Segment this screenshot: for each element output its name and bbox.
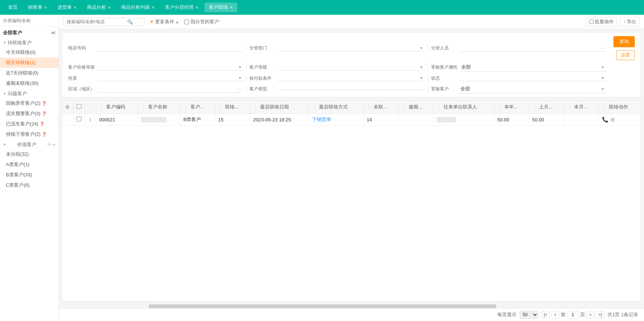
filter-divider-8 (428, 86, 428, 93)
sidebar-collapse-icon[interactable]: ≪ (51, 30, 56, 35)
sidebar-item-7days[interactable]: 近7天待联络(0) (0, 68, 59, 78)
filter-more-btn[interactable]: ▼ 更多条件 ▲ (147, 17, 181, 26)
sidebar-item-class-c[interactable]: C类客户(6) (0, 180, 59, 190)
filter-manager-dots[interactable]: ··· (601, 45, 605, 51)
filter-dept-select[interactable]: ▼ (277, 45, 424, 51)
my-customers-checkbox-wrap[interactable]: 我分管的客户 (184, 18, 219, 25)
col-overdue-header[interactable]: 逾期... (402, 104, 430, 110)
filter-price-level-select[interactable]: ▼ (97, 65, 243, 70)
gear-icon[interactable]: ⚙ (65, 104, 70, 110)
filter-status-select[interactable]: ▼ (459, 75, 606, 81)
help-icon-declining[interactable]: ❓ (42, 132, 47, 137)
help-icon-repurchase[interactable]: ❓ (42, 101, 47, 106)
sidebar-group-problem[interactable]: 问题客户 (0, 89, 59, 98)
row-checkbox[interactable] (77, 117, 81, 121)
filter-customer-level-field: 客户等级 ▼ (249, 64, 424, 70)
col-last-contact-method-header[interactable]: 最后联络方式 (312, 104, 360, 110)
filter-row-1: 电话号码 分管部门 ▼ 分管人员 ··· (68, 36, 635, 60)
row-code-value: 000021 (99, 117, 115, 122)
nav-tab-analysis-close[interactable]: ✕ (108, 5, 111, 10)
sidebar-item-churn-warning[interactable]: 流失预警客户(3) ❓ (0, 108, 59, 119)
col-last-contact-date-header[interactable]: 最后联络日期 (253, 104, 306, 110)
page-next-btn[interactable]: > (587, 311, 594, 318)
nav-tab-analysis-list-label: 商品分析列表 (121, 4, 150, 11)
page-last-btn[interactable]: >| (596, 311, 605, 318)
sidebar-group-value[interactable]: 价值客户 ⟳ ✏ (0, 139, 59, 149)
cell-settings (62, 114, 73, 126)
search-icon[interactable]: 🔍 (127, 19, 133, 25)
filter-area-dots[interactable]: ··· (238, 86, 242, 92)
batch-ops-btn[interactable]: 批量操作 (586, 17, 617, 27)
nav-tab-purchase-close[interactable]: ✕ (73, 5, 77, 10)
export-btn[interactable]: ↑ 导出 (620, 17, 640, 27)
per-page-select[interactable]: 50 100 (519, 311, 538, 319)
filter-status-field: 状态 ▼ (431, 75, 606, 82)
sidebar-item-ungrouped[interactable]: 未分组(32) (0, 149, 59, 159)
my-customers-checkbox[interactable] (184, 20, 189, 24)
row-last-contact-method-value: 下销货单 (312, 117, 331, 122)
sidebar-item-overdue[interactable]: 逾期未联络(30) (0, 78, 59, 89)
col-contact-header[interactable]: 联络... (218, 104, 247, 110)
filter-customer-level-select[interactable]: ▼ (277, 65, 424, 70)
help-icon-churn-warning[interactable]: ❓ (42, 111, 47, 116)
filter-retail-customer-arrow: ▼ (601, 87, 605, 91)
edit-icon[interactable]: ✏ (52, 142, 56, 147)
nav-tab-customer-contact[interactable]: 客户联络 ✕ (204, 3, 237, 12)
settings-btn[interactable]: 设置 (616, 50, 635, 60)
filter-area-select[interactable]: ··· (97, 86, 243, 93)
nav-tab-sales-close[interactable]: ✕ (44, 5, 47, 10)
nav-tab-customer-contact-close[interactable]: ✕ (230, 5, 233, 10)
filter-manager-select[interactable]: ··· (459, 45, 606, 52)
nav-home[interactable]: 首页 (4, 3, 22, 12)
action-phone-icon[interactable]: 📞 (602, 117, 608, 122)
col-unit-contact-header[interactable]: 往来单位联系人 (437, 104, 491, 110)
cell-overdue (399, 114, 434, 126)
cell-uncontacted: 14 (364, 114, 399, 126)
action-grid-icon[interactable]: ⊞ (610, 117, 615, 122)
help-icon-churned[interactable]: ❓ (39, 122, 45, 126)
sidebar-group-pending[interactable]: 待联络客户 (0, 38, 59, 47)
filter-payment-arrow: ▼ (420, 76, 423, 80)
sidebar-item-repurchase-abnormal[interactable]: 回购异常客户(2) ❓ (0, 98, 59, 108)
select-all-checkbox[interactable] (77, 104, 81, 109)
page-input[interactable] (567, 311, 579, 318)
batch-checkbox[interactable] (589, 20, 594, 24)
col-name-header[interactable]: 客户名称 (141, 104, 177, 110)
nav-tab-analysis-list[interactable]: 商品分析列表 ✕ (117, 3, 159, 12)
sidebar-item-class-a[interactable]: A类客户(1) (0, 159, 59, 170)
col-code-header[interactable]: 客户编码 (99, 104, 135, 110)
nav-tab-purchase[interactable]: 进货单 ✕ (53, 3, 81, 12)
sidebar-item-today[interactable]: 今天待联络(0) (0, 47, 59, 58)
page-prev-btn[interactable]: < (552, 311, 559, 318)
page-first-btn[interactable]: |< (541, 311, 550, 318)
nav-tab-analysis-list-close[interactable]: ✕ (151, 5, 155, 10)
filter-customer-type-select[interactable] (277, 88, 424, 90)
col-last-month-header[interactable]: 上月... (532, 104, 561, 110)
filter-phone-input[interactable] (96, 45, 243, 52)
nav-tab-customer-ops-close[interactable]: ✕ (195, 5, 199, 10)
filter-retail-attr-select[interactable]: 全部 ▼ (460, 63, 606, 72)
col-uncontacted-header[interactable]: 未联... (367, 104, 395, 110)
col-type-header[interactable]: 客户... (183, 104, 212, 110)
filter-payment-select[interactable]: ▼ (277, 75, 424, 81)
filter-nature-select[interactable]: ▼ (96, 75, 243, 81)
nav-tab-analysis[interactable]: 商品分析 ✕ (83, 3, 115, 12)
sidebar-item-class-b[interactable]: B类客户(33) (0, 170, 59, 180)
row-last-contact-method-link[interactable]: 下销货单 (312, 117, 331, 122)
col-this-month-header[interactable]: 本月... (567, 104, 596, 110)
filter-panel: 电话号码 分管部门 ▼ 分管人员 ··· (62, 32, 641, 97)
search-input[interactable] (67, 19, 126, 24)
col-this-year-header[interactable]: 本年... (497, 104, 526, 110)
col-settings[interactable]: ⚙ (62, 101, 73, 114)
sidebar-search-input[interactable] (3, 18, 58, 23)
nav-tab-sales[interactable]: 销售单 ✕ (24, 3, 52, 12)
filter-retail-customer-select[interactable]: 全部 ▼ (459, 85, 606, 93)
refresh-icon[interactable]: ⟳ (48, 142, 51, 147)
sidebar-item-declining[interactable]: 持续下滑客户(2) ❓ (0, 129, 59, 139)
col-last-month: 上月... (529, 101, 564, 114)
sidebar-item-churned[interactable]: 已流失客户(24) ❓ (0, 119, 59, 129)
query-btn[interactable]: 查询 (613, 36, 635, 47)
nav-tab-customer-ops[interactable]: 客户分层经营 ✕ (161, 3, 203, 12)
sidebar-item-tomorrow[interactable]: 明天待联络(1) (0, 58, 59, 68)
horizontal-scrollbar[interactable] (62, 304, 641, 308)
